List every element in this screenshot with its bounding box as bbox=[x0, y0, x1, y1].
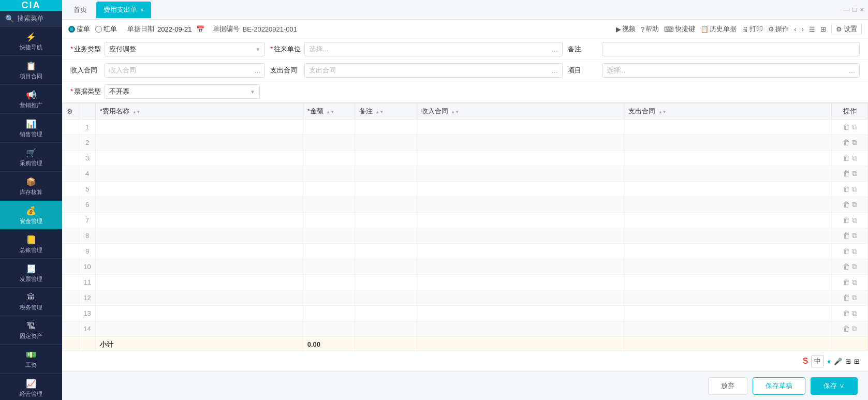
expense-contract-cell[interactable] bbox=[624, 213, 832, 228]
table-settings-icon[interactable]: ⚙ bbox=[67, 108, 73, 115]
table-row[interactable]: 1 🗑 ⧉ bbox=[63, 120, 868, 135]
amount-cell[interactable] bbox=[303, 182, 355, 197]
note-cell[interactable] bbox=[355, 213, 417, 228]
expense-name-cell[interactable] bbox=[96, 259, 303, 275]
delete-icon[interactable]: 🗑 bbox=[843, 138, 850, 147]
sidebar-item-purchase[interactable]: 🛒 采购管理 bbox=[0, 143, 62, 172]
delete-icon[interactable]: 🗑 bbox=[843, 293, 850, 302]
sidebar-item-capital[interactable]: 💰 资金管理 bbox=[0, 201, 62, 230]
tab-close-icon[interactable]: × bbox=[140, 6, 144, 13]
tab-expense[interactable]: 费用支出单 × bbox=[96, 2, 151, 18]
expense-contract-cell[interactable] bbox=[624, 306, 832, 321]
copy-icon[interactable]: ⧉ bbox=[852, 216, 857, 225]
th-settings[interactable]: ⚙ bbox=[63, 103, 79, 120]
invoice-type-select[interactable]: 不开票 ▼ bbox=[105, 84, 260, 99]
window-min-icon[interactable]: — bbox=[843, 6, 850, 13]
delete-icon[interactable]: 🗑 bbox=[843, 231, 850, 240]
sidebar-item-fixed-assets[interactable]: 🏗 固定资产 bbox=[0, 316, 62, 345]
amount-cell[interactable] bbox=[303, 213, 355, 228]
th-amount[interactable]: *金额 ▲▼ bbox=[303, 103, 355, 120]
sidebar-item-sales[interactable]: 📊 销售管理 bbox=[0, 114, 62, 143]
income-contract-cell[interactable] bbox=[417, 290, 624, 306]
delete-icon[interactable]: 🗑 bbox=[843, 247, 850, 256]
table-row[interactable]: 14 🗑 ⧉ bbox=[63, 321, 868, 337]
brand-zh-icon[interactable]: 中 bbox=[811, 355, 824, 367]
income-contract-cell[interactable] bbox=[417, 213, 624, 228]
amount-cell[interactable] bbox=[303, 275, 355, 290]
note-cell[interactable] bbox=[355, 306, 417, 321]
sidebar-item-invoice[interactable]: 🧾 发票管理 bbox=[0, 259, 62, 288]
income-contract-cell[interactable] bbox=[417, 197, 624, 213]
th-income-contract[interactable]: 收入合同 ▲▼ bbox=[417, 103, 624, 120]
note-cell[interactable] bbox=[355, 259, 417, 275]
income-contract-cell[interactable] bbox=[417, 259, 624, 275]
sidebar-item-inventory[interactable]: 📦 库存核算 bbox=[0, 172, 62, 201]
brand-grid2-icon[interactable]: ⊞ bbox=[854, 358, 860, 365]
expense-name-cell[interactable] bbox=[96, 244, 303, 259]
copy-icon[interactable]: ⧉ bbox=[852, 293, 857, 302]
income-contract-cell[interactable] bbox=[417, 306, 624, 321]
table-row[interactable]: 11 🗑 ⧉ bbox=[63, 275, 868, 290]
th-note[interactable]: 备注 ▲▼ bbox=[355, 103, 417, 120]
expense-contract-cell[interactable] bbox=[624, 182, 832, 197]
copy-icon[interactable]: ⧉ bbox=[852, 154, 857, 162]
amount-cell[interactable] bbox=[303, 135, 355, 151]
note-input[interactable] bbox=[602, 42, 860, 56]
delete-icon[interactable]: 🗑 bbox=[843, 123, 850, 131]
expense-name-cell[interactable] bbox=[96, 166, 303, 182]
table-row[interactable]: 4 🗑 ⧉ bbox=[63, 166, 868, 182]
expense-contract-cell[interactable] bbox=[624, 259, 832, 275]
note-cell[interactable] bbox=[355, 244, 417, 259]
income-contract-cell[interactable] bbox=[417, 228, 624, 244]
income-contract-cell[interactable] bbox=[417, 182, 624, 197]
expense-name-cell[interactable] bbox=[96, 182, 303, 197]
amount-cell[interactable] bbox=[303, 197, 355, 213]
table-row[interactable]: 10 🗑 ⧉ bbox=[63, 259, 868, 275]
table-row[interactable]: 5 🗑 ⧉ bbox=[63, 182, 868, 197]
income-contract-cell[interactable] bbox=[417, 135, 624, 151]
amount-cell[interactable] bbox=[303, 259, 355, 275]
copy-icon[interactable]: ⧉ bbox=[852, 185, 857, 194]
nav-right-button[interactable]: › bbox=[802, 25, 804, 33]
shortcut-button[interactable]: ⌨ 快捷键 bbox=[664, 24, 695, 34]
save-button[interactable]: 保存 ∨ bbox=[811, 377, 858, 395]
sidebar-item-marketing[interactable]: 📢 营销推广 bbox=[0, 85, 62, 114]
note-cell[interactable] bbox=[355, 182, 417, 197]
th-expense-contract[interactable]: 支出合同 ▲▼ bbox=[624, 103, 832, 120]
table-row[interactable]: 3 🗑 ⧉ bbox=[63, 151, 868, 166]
blue-bill-radio[interactable]: 蓝单 bbox=[68, 24, 90, 34]
sidebar-item-ledger[interactable]: 📒 总账管理 bbox=[0, 230, 62, 259]
expense-name-cell[interactable] bbox=[96, 290, 303, 306]
delete-icon[interactable]: 🗑 bbox=[843, 309, 850, 318]
amount-cell[interactable] bbox=[303, 120, 355, 135]
expense-name-cell[interactable] bbox=[96, 120, 303, 135]
sidebar-item-project-contract[interactable]: 📋 项目合同 bbox=[0, 56, 62, 85]
table-row[interactable]: 12 🗑 ⧉ bbox=[63, 290, 868, 306]
amount-cell[interactable] bbox=[303, 306, 355, 321]
copy-icon[interactable]: ⧉ bbox=[852, 278, 857, 287]
amount-cell[interactable] bbox=[303, 290, 355, 306]
th-expense-name[interactable]: *费用名称 ▲▼ bbox=[96, 103, 303, 120]
note-cell[interactable] bbox=[355, 120, 417, 135]
expense-contract-cell[interactable] bbox=[624, 151, 832, 166]
note-cell[interactable] bbox=[355, 321, 417, 337]
date-value[interactable]: 2022-09-21 bbox=[157, 25, 192, 33]
copy-icon[interactable]: ⧉ bbox=[852, 309, 857, 318]
tab-home[interactable]: 首页 bbox=[66, 2, 94, 18]
operations-button[interactable]: ⚙ 操作 bbox=[768, 24, 789, 34]
copy-icon[interactable]: ⧉ bbox=[852, 123, 857, 131]
expense-contract-cell[interactable] bbox=[624, 321, 832, 337]
copy-icon[interactable]: ⧉ bbox=[852, 324, 857, 333]
income-contract-cell[interactable] bbox=[417, 244, 624, 259]
video-button[interactable]: ▶ 视频 bbox=[616, 24, 636, 34]
note-cell[interactable] bbox=[355, 197, 417, 213]
amount-cell[interactable] bbox=[303, 166, 355, 182]
copy-icon[interactable]: ⧉ bbox=[852, 138, 857, 147]
note-cell[interactable] bbox=[355, 151, 417, 166]
copy-icon[interactable]: ⧉ bbox=[852, 262, 857, 271]
income-contract-cell[interactable] bbox=[417, 151, 624, 166]
expense-name-cell[interactable] bbox=[96, 228, 303, 244]
window-close-icon[interactable]: × bbox=[860, 6, 864, 13]
income-contract-cell[interactable] bbox=[417, 166, 624, 182]
table-row[interactable]: 2 🗑 ⧉ bbox=[63, 135, 868, 151]
